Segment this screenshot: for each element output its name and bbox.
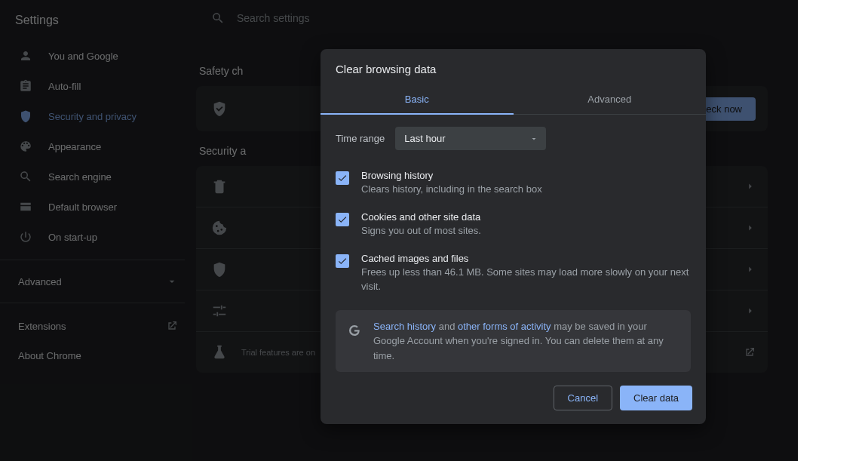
dialog-tabs: Basic Advanced [321,86,706,115]
checkbox-cookies: Cookies and other site data Signs you ou… [336,204,691,245]
dialog-title: Clear browsing data [321,49,706,86]
clear-browsing-data-dialog: Clear browsing data Basic Advanced Time … [321,49,706,424]
time-range-row: Time range Last hour [321,115,706,158]
time-range-label: Time range [336,133,385,144]
google-icon [346,322,363,339]
checkbox-text: Cookies and other site data Signs you ou… [361,211,481,238]
time-range-value: Last hour [404,133,445,144]
checkbox[interactable] [336,171,349,185]
dropdown-arrow-icon [529,134,538,143]
checkbox-subtitle: Signs you out of most sites. [361,224,481,238]
checkbox[interactable] [336,254,349,268]
tab-advanced[interactable]: Advanced [514,86,707,114]
clear-data-button[interactable]: Clear data [620,386,692,410]
checkbox-list: Browsing history Clears history, includi… [321,158,706,304]
checkbox-cached: Cached images and files Frees up less th… [336,245,691,300]
checkbox-title: Cached images and files [361,253,691,264]
info-text: Search history and other forms of activi… [373,319,680,364]
checkbox-text: Cached images and files Frees up less th… [361,253,691,293]
checkbox[interactable] [336,213,349,226]
checkbox-browsing-history: Browsing history Clears history, includi… [336,162,691,204]
dialog-buttons: Cancel Clear data [321,372,706,424]
info-mid: and [436,321,458,332]
link-search-history[interactable]: Search history [373,321,436,332]
checkbox-subtitle: Clears history, including in the search … [361,183,542,196]
checkbox-title: Cookies and other site data [361,211,481,223]
checkbox-title: Browsing history [361,170,542,181]
checkbox-text: Browsing history Clears history, includi… [361,170,542,196]
google-account-info: Search history and other forms of activi… [336,310,691,373]
tab-basic[interactable]: Basic [321,86,514,114]
link-other-activity[interactable]: other forms of activity [458,321,551,332]
cancel-button[interactable]: Cancel [554,386,612,410]
time-range-select[interactable]: Last hour [395,127,546,150]
checkbox-subtitle: Frees up less than 46.1 MB. Some sites m… [361,266,691,293]
